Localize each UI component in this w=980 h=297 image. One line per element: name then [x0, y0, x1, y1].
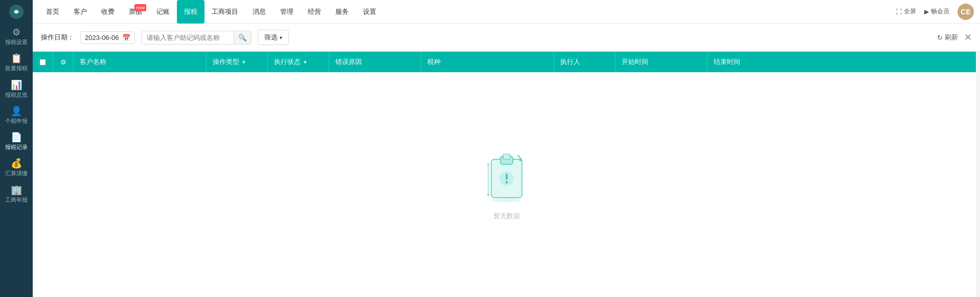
sidebar-item-baoshui-jilu[interactable]: 📄 报税记录 — [0, 129, 33, 155]
close-icon: ✕ — [964, 32, 972, 43]
search-button[interactable]: 🔍 — [234, 31, 251, 44]
th-start-time: 开始时间 — [616, 52, 708, 72]
calendar-icon: 📅 — [122, 34, 130, 41]
sidebar-icon-baoshui-shezhi: ⚙ — [12, 28, 20, 37]
content-area: 操作日期： 2023-06-06 📅 🔍 筛选 ▾ ↻ 刷新 — [33, 24, 980, 297]
svg-point-14 — [487, 194, 489, 196]
topnav-right: ⛶ 全屏 ▶ 畅会员 CE — [896, 4, 974, 20]
sidebar-item-gongshang-nianbao[interactable]: 🏢 工商年报 — [0, 181, 33, 207]
svg-rect-5 — [503, 154, 510, 159]
sidebar-icon-geshui-shenbao: 👤 — [11, 107, 22, 116]
svg-point-1 — [15, 10, 18, 13]
sidebar-label-huisuan-jiaona: 汇算清缴 — [5, 169, 28, 177]
date-input[interactable]: 2023-06-06 📅 — [80, 31, 135, 44]
topnav-label-jizhang: 记账 — [156, 7, 170, 16]
topnav-label-xiaoxi: 消息 — [253, 7, 266, 16]
select-all-checkbox[interactable] — [39, 59, 46, 66]
fullscreen-label: 全屏 — [904, 7, 916, 16]
sidebar-icon-baoshui-jilu: 📄 — [11, 133, 22, 142]
topnav-label-gongshang: 工商项目 — [212, 7, 238, 16]
filter-label: 筛选 — [264, 33, 278, 42]
member-btn[interactable]: ▶ 畅会员 — [924, 7, 949, 16]
fullscreen-icon: ⛶ — [896, 8, 902, 15]
fullscreen-btn[interactable]: ⛶ 全屏 — [896, 7, 916, 16]
topnav-item-shezhi[interactable]: 设置 — [356, 0, 383, 24]
topnav-item-guanli[interactable]: 管理 — [273, 0, 301, 24]
th-customer-name: 客户名称 — [74, 52, 207, 72]
member-label: 畅会员 — [931, 7, 949, 16]
topnav-item-customer[interactable]: 客户 — [66, 0, 94, 24]
refresh-icon: ↻ — [937, 34, 943, 41]
empty-state: 暂无数据 — [33, 72, 980, 297]
topnav-item-xiaoxi[interactable]: 消息 — [245, 0, 273, 24]
sidebar-icon-gongshang-nianbao: 🏢 — [11, 185, 22, 195]
topnav-item-fuwu[interactable]: 服务 — [328, 0, 356, 24]
table-wrap: ⚙ 客户名称 操作类型 ▼ 执行状态 ▼ 错误原因 税种 — [33, 52, 980, 297]
sidebar-item-piliang-baoshui[interactable]: 📋 批量报税 — [0, 50, 33, 76]
empty-illustration — [481, 149, 532, 205]
topnav-item-jizhang[interactable]: 记账 — [149, 0, 177, 24]
table-header: ⚙ 客户名称 操作类型 ▼ 执行状态 ▼ 错误原因 税种 — [33, 52, 980, 72]
sidebar-icon-piliang-baoshui: 📋 — [11, 54, 22, 63]
topnav-label-shezhi: 设置 — [363, 7, 376, 16]
close-button[interactable]: ✕ — [964, 33, 972, 42]
empty-text: 暂无数据 — [493, 211, 520, 221]
topnav-label-baoshui: 报税 — [184, 7, 197, 16]
search-input[interactable] — [142, 31, 234, 44]
th-executor: 执行人 — [554, 52, 616, 72]
user-avatar[interactable]: CE — [958, 4, 974, 20]
th-exec-status[interactable]: 执行状态 ▼ — [268, 52, 329, 72]
topnav-label-home: 首页 — [46, 7, 59, 16]
date-label: 操作日期： — [41, 33, 74, 42]
refresh-button[interactable]: ↻ 刷新 — [937, 33, 958, 42]
topnav-item-shoufei[interactable]: 收费 — [94, 0, 122, 24]
th-error-reason: 错误原因 — [329, 52, 421, 72]
th-tax-type: 税种 — [421, 52, 554, 72]
user-initials: CE — [961, 8, 970, 16]
topnav-label-customer: 客户 — [74, 7, 87, 16]
svg-rect-7 — [506, 174, 508, 180]
refresh-label: 刷新 — [945, 33, 958, 42]
sidebar-label-gongshang-nianbao: 工商年报 — [5, 196, 28, 203]
sidebar-item-baoshui-shezhi[interactable]: ⚙ 报税设置 — [0, 24, 33, 50]
sidebar-item-geshui-shenbao[interactable]: 👤 个税申报 — [0, 102, 33, 129]
th-settings[interactable]: ⚙ — [53, 52, 74, 72]
sidebar-icon-huisuan-jiaona: 💰 — [11, 159, 22, 168]
topnav-label-fuwu: 服务 — [335, 7, 349, 16]
sort-icon-exec-status: ▼ — [303, 59, 308, 65]
sidebar-label-baoshui-zonlan: 报税总览 — [5, 91, 28, 98]
svg-point-11 — [491, 198, 522, 202]
topnav-label-shoufei: 收费 — [101, 7, 115, 16]
sort-icon-op-type: ▼ — [241, 59, 246, 65]
th-end-time: 结束时间 — [708, 52, 800, 72]
search-wrap: 🔍 — [141, 31, 252, 45]
filter-button[interactable]: 筛选 ▾ — [258, 30, 289, 45]
chevron-down-icon: ▾ — [280, 35, 282, 40]
sidebar-label-baoshui-jilu: 报税记录 — [5, 143, 28, 151]
topnav-item-piaoju[interactable]: 票据new — [122, 0, 149, 24]
new-badge: new — [134, 4, 146, 11]
sidebar-item-baoshui-zonlan[interactable]: 📊 报税总览 — [0, 76, 33, 102]
topnav-item-gongshang[interactable]: 工商项目 — [204, 0, 245, 24]
svg-point-8 — [505, 181, 508, 183]
topnav-item-home[interactable]: 首页 — [39, 0, 66, 24]
topnav-label-jingying: 经营 — [308, 7, 321, 16]
main-area: 首页客户收费票据new记账报税工商项目消息管理经营服务设置 ⛶ 全屏 ▶ 畅会员… — [33, 0, 980, 297]
sidebar: ⚙ 报税设置 📋 批量报税 📊 报税总览 👤 个税申报 📄 报税记录 💰 汇算清… — [0, 0, 33, 297]
topnav: 首页客户收费票据new记账报税工商项目消息管理经营服务设置 ⛶ 全屏 ▶ 畅会员… — [33, 0, 980, 24]
topnav-label-guanli: 管理 — [280, 7, 293, 16]
search-icon: 🔍 — [238, 34, 247, 41]
scrollbar[interactable] — [976, 52, 980, 297]
sidebar-label-piliang-baoshui: 批量报税 — [5, 65, 28, 72]
sidebar-item-huisuan-jiaona[interactable]: 💰 汇算清缴 — [0, 155, 33, 181]
th-op-type[interactable]: 操作类型 ▼ — [207, 52, 268, 72]
settings-icon: ⚙ — [60, 58, 66, 66]
toolbar-right: ↻ 刷新 ✕ — [937, 33, 972, 42]
app-logo — [0, 0, 33, 24]
topnav-item-baoshui[interactable]: 报税 — [177, 0, 204, 24]
toolbar: 操作日期： 2023-06-06 📅 🔍 筛选 ▾ ↻ 刷新 — [33, 24, 980, 52]
th-checkbox[interactable] — [33, 52, 53, 72]
topnav-item-jingying[interactable]: 经营 — [301, 0, 328, 24]
sidebar-label-geshui-shenbao: 个税申报 — [5, 117, 28, 124]
svg-point-13 — [487, 163, 489, 165]
